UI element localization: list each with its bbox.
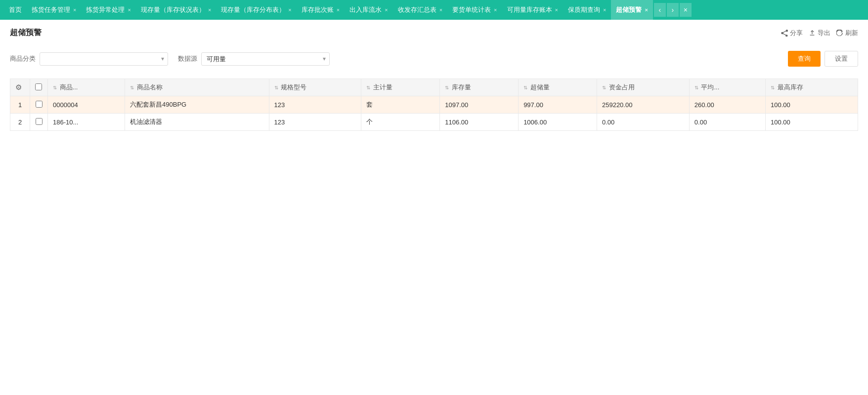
datasource-filter: 数据源 可用量 库存量 bbox=[178, 52, 330, 66]
datasource-label: 数据源 bbox=[178, 54, 197, 63]
datasource-select[interactable]: 可用量 库存量 bbox=[201, 52, 330, 66]
tab-home[interactable]: 首页 bbox=[4, 0, 27, 20]
filter-bar: 商品分类 数据源 可用量 库存量 查询 设置 bbox=[10, 46, 858, 72]
row-max: 100.00 bbox=[766, 114, 858, 131]
page-header: 超储预警 分享 导出 刷新 bbox=[10, 28, 858, 38]
close-icon[interactable]: × bbox=[73, 7, 76, 13]
close-icon[interactable]: × bbox=[555, 7, 558, 13]
close-icon[interactable]: × bbox=[603, 7, 606, 13]
row-avg: 0.00 bbox=[689, 114, 765, 131]
share-icon bbox=[781, 30, 788, 37]
sort-icon: ⇅ bbox=[274, 85, 278, 90]
tab-close-button[interactable]: × bbox=[680, 3, 692, 17]
col-header-settings: ⚙ bbox=[10, 79, 30, 96]
close-icon[interactable]: × bbox=[288, 7, 291, 13]
row-capital: 259220.00 bbox=[597, 96, 689, 114]
tab-inventory-status[interactable]: 现存量（库存状况表） × bbox=[136, 0, 216, 20]
row-spec: 123 bbox=[269, 114, 361, 131]
header-actions: 分享 导出 刷新 bbox=[781, 29, 858, 38]
row-unit: 个 bbox=[361, 114, 440, 131]
topbar: 首页 拣货任务管理 × 拣货异常处理 × 现存量（库存状况表） × 现存量（库存… bbox=[0, 0, 868, 20]
category-filter: 商品分类 bbox=[10, 52, 168, 66]
export-button[interactable]: 导出 bbox=[809, 29, 830, 38]
table-row: 2 186-10... 机油滤清器 123 个 1106.00 1006.00 … bbox=[10, 114, 858, 131]
col-header-avg: ⇅ 平均... bbox=[689, 79, 765, 96]
row-checkbox[interactable] bbox=[36, 118, 43, 125]
table-header-row: ⚙ ⇅ 商品... ⇅ 商品名称 ⇅ 规格型号 ⇅ bbox=[10, 79, 858, 96]
table-body: 1 0000004 六配套新昌490BPG 123 套 1097.00 997.… bbox=[10, 96, 858, 131]
share-button[interactable]: 分享 bbox=[781, 29, 803, 38]
sort-icon: ⇅ bbox=[771, 85, 775, 90]
row-num: 1 bbox=[10, 96, 30, 114]
col-header-check bbox=[30, 79, 48, 96]
tab-overstock-warning[interactable]: 超储预警 × bbox=[611, 0, 652, 20]
row-unit: 套 bbox=[361, 96, 440, 114]
sort-icon: ⇅ bbox=[130, 85, 134, 90]
row-code: 186-10... bbox=[48, 114, 125, 131]
table-row: 1 0000004 六配套新昌490BPG 123 套 1097.00 997.… bbox=[10, 96, 858, 114]
row-code: 0000004 bbox=[48, 96, 125, 114]
row-name: 机油滤清器 bbox=[125, 114, 269, 131]
tab-quality-query[interactable]: 保质期查询 × bbox=[563, 0, 611, 20]
row-check bbox=[30, 96, 48, 114]
row-over: 1006.00 bbox=[519, 114, 597, 131]
refresh-icon bbox=[836, 30, 843, 37]
tab-order-stats[interactable]: 要货单统计表 × bbox=[447, 0, 502, 20]
tab-prev-button[interactable]: ‹ bbox=[654, 3, 666, 17]
sort-icon: ⇅ bbox=[602, 85, 606, 90]
col-header-stock: ⇅ 库存量 bbox=[440, 79, 519, 96]
page-content: 超储预警 分享 导出 刷新 商品分类 bbox=[0, 20, 868, 395]
row-stock: 1097.00 bbox=[440, 96, 519, 114]
datasource-select-wrapper: 可用量 库存量 bbox=[201, 52, 330, 66]
row-stock: 1106.00 bbox=[440, 114, 519, 131]
row-avg: 260.00 bbox=[689, 96, 765, 114]
close-icon[interactable]: × bbox=[208, 7, 211, 13]
category-label: 商品分类 bbox=[10, 54, 36, 63]
row-over: 997.00 bbox=[519, 96, 597, 114]
settings-button[interactable]: 设置 bbox=[825, 51, 858, 67]
export-icon bbox=[809, 30, 816, 37]
col-header-max: ⇅ 最高库存 bbox=[766, 79, 858, 96]
close-icon[interactable]: × bbox=[439, 7, 442, 13]
data-table: ⚙ ⇅ 商品... ⇅ 商品名称 ⇅ 规格型号 ⇅ bbox=[10, 79, 858, 131]
category-select-wrapper bbox=[40, 52, 168, 66]
tab-next-button[interactable]: › bbox=[667, 3, 679, 17]
close-icon[interactable]: × bbox=[385, 7, 388, 13]
category-select[interactable] bbox=[40, 52, 168, 66]
col-header-name: ⇅ 商品名称 bbox=[125, 79, 269, 96]
col-header-capital: ⇅ 资金占用 bbox=[597, 79, 689, 96]
col-header-over: ⇅ 超储量 bbox=[519, 79, 597, 96]
tab-picking-task[interactable]: 拣货任务管理 × bbox=[27, 0, 81, 20]
row-name: 六配套新昌490BPG bbox=[125, 96, 269, 114]
refresh-button[interactable]: 刷新 bbox=[836, 29, 858, 38]
tab-available-account[interactable]: 可用量库存账本 × bbox=[502, 0, 563, 20]
close-icon[interactable]: × bbox=[337, 7, 340, 13]
query-button[interactable]: 查询 bbox=[788, 51, 821, 67]
row-check bbox=[30, 114, 48, 131]
sort-icon: ⇅ bbox=[366, 85, 370, 90]
close-icon[interactable]: × bbox=[128, 7, 130, 13]
sort-icon: ⇅ bbox=[445, 85, 449, 90]
sort-icon: ⇅ bbox=[53, 85, 57, 90]
close-icon[interactable]: × bbox=[645, 7, 648, 13]
tab-inout-flow[interactable]: 出入库流水 × bbox=[345, 0, 392, 20]
tab-collect-summary[interactable]: 收发存汇总表 × bbox=[393, 0, 447, 20]
sort-icon: ⇅ bbox=[523, 85, 527, 90]
select-all-checkbox[interactable] bbox=[35, 83, 42, 90]
close-icon[interactable]: × bbox=[494, 7, 497, 13]
row-spec: 123 bbox=[269, 96, 361, 114]
row-checkbox[interactable] bbox=[36, 101, 43, 108]
tab-picking-exception[interactable]: 拣货异常处理 × bbox=[81, 0, 135, 20]
tab-batch-account[interactable]: 库存批次账 × bbox=[297, 0, 345, 20]
row-num: 2 bbox=[10, 114, 30, 131]
sort-icon: ⇅ bbox=[694, 85, 698, 90]
gear-icon[interactable]: ⚙ bbox=[15, 83, 22, 91]
filter-actions: 查询 设置 bbox=[788, 51, 858, 67]
row-capital: 0.00 bbox=[597, 114, 689, 131]
col-header-unit: ⇅ 主计量 bbox=[361, 79, 440, 96]
col-header-spec: ⇅ 规格型号 bbox=[269, 79, 361, 96]
row-max: 100.00 bbox=[766, 96, 858, 114]
tab-inventory-dist[interactable]: 现存量（库存分布表） × bbox=[216, 0, 296, 20]
col-header-code: ⇅ 商品... bbox=[48, 79, 125, 96]
page-title: 超储预警 bbox=[10, 28, 42, 38]
